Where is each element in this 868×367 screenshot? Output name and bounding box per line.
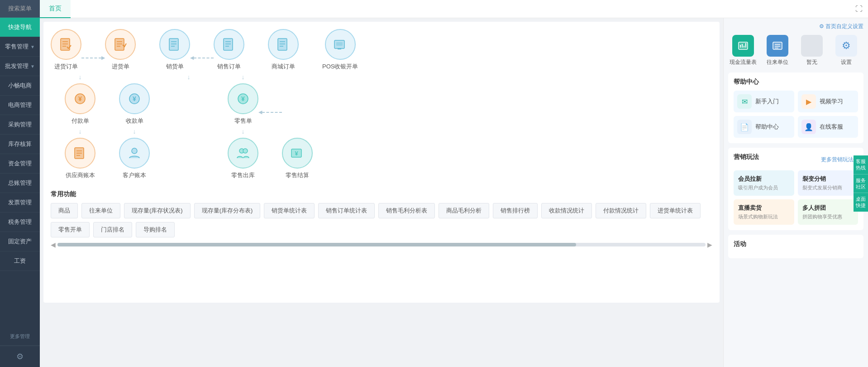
func-btn-9[interactable]: 收款情况统计 [541, 203, 592, 218]
sidebar-item-caigou[interactable]: 采购管理 [0, 115, 40, 135]
member-title: 会员拉新 [738, 175, 790, 183]
node-gongyingshang[interactable]: 供应商账本 [65, 138, 95, 179]
func-btn-1[interactable]: 往来单位 [81, 203, 120, 218]
func-btn-0[interactable]: 商品 [51, 203, 78, 218]
sidebar-item-dianshang[interactable]: 电商管理 [0, 96, 40, 115]
video-icon: ▶ [801, 94, 816, 109]
scroll-track[interactable] [57, 243, 706, 246]
node-kehuzb[interactable]: 客户账本 [119, 138, 150, 179]
empty-label: 暂无 [806, 58, 817, 66]
spacer-row2-3 [173, 115, 204, 125]
quick-icon-settings[interactable]: ⚙ 设置 [831, 35, 861, 66]
sidebar-item-pifa[interactable]: 批发管理 ▼ [0, 57, 40, 76]
marketing-member[interactable]: 会员拉新 吸引用户成为会员 [734, 170, 794, 196]
float-btn-shequ[interactable]: 服务社区 [854, 174, 868, 193]
help-icon: 📄 [737, 120, 752, 134]
func-btn-6[interactable]: 销售毛利分析表 [378, 203, 435, 218]
quick-icon-empty[interactable]: 暂无 [797, 35, 827, 66]
node-lingshoujsn[interactable]: ¥ 零售结算 [282, 138, 313, 179]
node-xiaoshodd[interactable]: 销售订单 [214, 29, 244, 71]
svg-rect-21 [336, 42, 343, 46]
service-icon: 👤 [801, 120, 816, 134]
func-btn-2[interactable]: 现存量(库存状况表) [124, 203, 191, 218]
sidebar-item-lingshou[interactable]: 零售管理 ▼ [0, 37, 40, 57]
marketing-more-link[interactable]: 更多营销玩法 > [821, 156, 858, 164]
func-btn-5[interactable]: 销售订单统计表 [318, 203, 375, 218]
func-btn-13[interactable]: 门店排名 [93, 222, 132, 237]
search-menu[interactable]: 搜索菜单 [0, 0, 40, 18]
func-buttons-grid: 商品 往来单位 现存量(库存状况表) 现存量(库存分布表) 销货单统计表 销售订… [51, 203, 712, 237]
sidebar-item-zhangmu[interactable]: 总账管理 [0, 174, 40, 193]
down-arrow-r5 [282, 125, 313, 138]
contacts-label: 往来单位 [767, 58, 788, 66]
func-btn-14[interactable]: 导购排名 [136, 222, 175, 237]
pos-spacer [282, 115, 313, 125]
node-pos[interactable]: POS收银开单 [322, 29, 358, 71]
sidebar-item-gongzi[interactable]: 工资 [0, 251, 40, 271]
node-jinhuodd[interactable]: 进货订单 [51, 29, 81, 71]
func-btn-11[interactable]: 进货单统计表 [650, 203, 701, 218]
sidebar-item-kuaijie[interactable]: 快捷导航 [0, 18, 40, 37]
node-shoukuand[interactable]: ¥ 收款单 [119, 83, 150, 125]
member-sub: 吸引用户成为会员 [738, 184, 790, 191]
topbar-right: ⛶ [855, 5, 868, 13]
svg-rect-16 [278, 39, 287, 50]
down-arrow-5 [282, 71, 313, 83]
node-shangchengdd[interactable]: 商城订单 [268, 29, 299, 71]
scrollbar: ◀ ▶ [51, 237, 712, 248]
sidebar-item-zijin[interactable]: 资金管理 [0, 154, 40, 174]
settings-icon-bottom[interactable]: ⚙ [0, 346, 40, 367]
sidebar-item-kucun[interactable]: 库存核算 [0, 135, 40, 154]
func-btn-8[interactable]: 销售排行榜 [493, 203, 538, 218]
float-btn-zhuomian[interactable]: 桌面快捷 [854, 193, 868, 212]
sidebar-item-guzhan[interactable]: 固定资产 [0, 232, 40, 251]
func-btn-3[interactable]: 现存量(库存分布表) [194, 203, 261, 218]
float-btn-kefu[interactable]: 客服热线 [854, 155, 868, 174]
node-fukuand[interactable]: ¥ 付款单 [65, 83, 95, 125]
node-lingshouchk[interactable]: 零售出库 [228, 138, 258, 179]
main-content: 进货订单 ▶ [40, 18, 723, 367]
func-btn-7[interactable]: 商品毛利分析 [439, 203, 489, 218]
arrow-icon: ▼ [30, 64, 35, 69]
tab-home[interactable]: 首页 [40, 0, 71, 18]
svg-text:¥: ¥ [295, 150, 298, 157]
help-item-video[interactable]: ▶ 视频学习 [798, 91, 858, 112]
scroll-right-arrow[interactable]: ▶ [707, 241, 712, 248]
marketing-section: 营销玩法 更多营销玩法 > 会员拉新 吸引用户成为会员 裂变分销 裂变式发展分销… [728, 148, 863, 230]
quick-icon-cashflow[interactable]: 现金流量表 [728, 35, 758, 66]
sidebar-item-xiaochang[interactable]: 小畅电商 [0, 76, 40, 96]
node-jinhuod[interactable]: 进货单 [105, 29, 136, 71]
arrow-right-1: ▶ [81, 55, 105, 71]
help-item-service[interactable]: 👤 在线客服 [798, 116, 858, 138]
customize-settings[interactable]: ⚙ 首页自定义设置 [728, 23, 863, 30]
marketing-split[interactable]: 裂变分销 裂变式发展分销商 [798, 170, 858, 196]
help-item-newbie[interactable]: ✉ 新手入门 [734, 91, 794, 112]
marketing-title: 营销玩法 [734, 153, 759, 161]
down-arrow-r3 [173, 125, 204, 138]
fullscreen-button[interactable]: ⛶ [855, 5, 863, 13]
node-lingshoud[interactable]: ¥ 零售单 [228, 83, 258, 125]
help-item-help[interactable]: 📄 帮助中心 [734, 116, 794, 138]
group-sub: 拼团购物享受优惠 [802, 213, 854, 220]
func-btn-12[interactable]: 零售开单 [51, 222, 90, 237]
func-btn-10[interactable]: 付款情况统计 [596, 203, 646, 218]
svg-text:¥: ¥ [78, 95, 82, 102]
help-center-title: 帮助中心 [734, 78, 858, 86]
scroll-left-arrow[interactable]: ◀ [51, 241, 56, 248]
quick-icon-contacts[interactable]: 往来单位 [763, 35, 792, 66]
node-xiaohoud[interactable]: 销货单 [159, 29, 190, 71]
help-grid: ✉ 新手入门 ▶ 视频学习 📄 帮助中心 👤 在线客服 [734, 91, 858, 138]
marketing-group[interactable]: 多人拼团 拼团购物享受优惠 [798, 199, 858, 225]
sidebar-item-shuiwu[interactable]: 税务管理 [0, 212, 40, 232]
sidebar-item-more[interactable]: 更多管理 [0, 328, 40, 346]
spacer-r3-3 [173, 169, 204, 179]
func-btn-4[interactable]: 销货单统计表 [264, 203, 315, 218]
settings-icon-box: ⚙ [835, 35, 857, 57]
quick-nav-card: 进货订单 ▶ [43, 22, 720, 303]
sidebar: 搜索菜单 快捷导航 零售管理 ▼ 批发管理 ▼ 小畅电商 电商管理 采购管理 库… [0, 0, 40, 367]
service-label: 在线客服 [820, 123, 843, 131]
common-funcs-section: 常用功能 商品 往来单位 现存量(库存状况表) 现存量(库存分布表) 销货单统计… [51, 190, 712, 237]
sidebar-item-fapiao[interactable]: 发票管理 [0, 193, 40, 212]
group-title: 多人拼团 [802, 204, 854, 212]
marketing-live[interactable]: 直播卖货 场景式购物新玩法 [734, 199, 794, 225]
